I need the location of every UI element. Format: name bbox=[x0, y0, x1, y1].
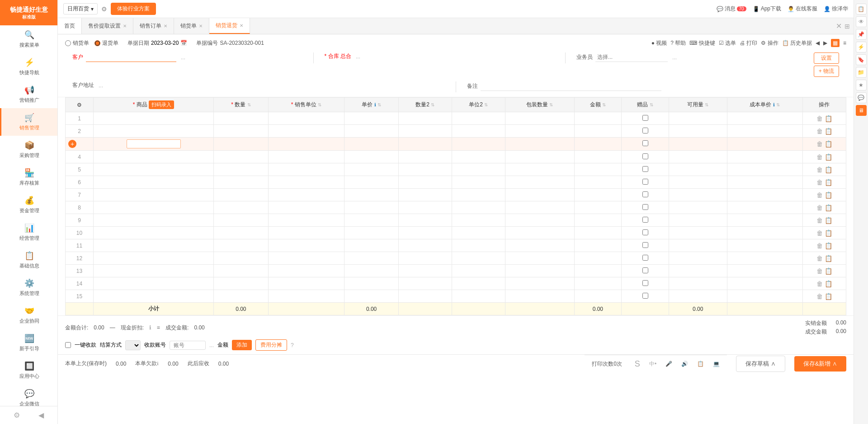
copy-row-icon-13[interactable]: 📋 bbox=[825, 267, 832, 275]
delete-row-icon-13[interactable]: 🗑 bbox=[816, 267, 823, 275]
radio-return-input[interactable] bbox=[94, 40, 100, 46]
sidebar-item-quicknav[interactable]: ⚡ 快捷导航 bbox=[0, 53, 57, 81]
copy-row-icon-7[interactable]: 📋 bbox=[825, 191, 832, 199]
history-btn[interactable]: 📋 历史单据 bbox=[782, 39, 812, 47]
split-help-icon[interactable]: ? bbox=[291, 342, 294, 348]
delete-row-icon-3[interactable]: 🗑 bbox=[816, 140, 823, 148]
calendar-icon[interactable]: 📅 bbox=[180, 40, 187, 46]
staff-input[interactable] bbox=[595, 52, 668, 62]
operate-btn[interactable]: ⚙ 操作 bbox=[761, 39, 778, 47]
tab-sale-return[interactable]: 销货退货 ✕ bbox=[209, 18, 250, 34]
right-icon-6[interactable]: ★ bbox=[856, 80, 867, 91]
settle-method-select[interactable] bbox=[125, 340, 141, 350]
sidebar-item-basic[interactable]: 📋 基础信息 bbox=[0, 246, 57, 274]
discount-help-icon[interactable]: ℹ bbox=[149, 324, 151, 331]
copy-row-icon-1[interactable]: 📋 bbox=[825, 115, 832, 122]
gift-checkbox-15[interactable] bbox=[642, 293, 648, 299]
sidebar-item-search[interactable]: 🔍 搜索菜单 bbox=[0, 25, 57, 53]
right-icon-5[interactable]: 📁 bbox=[856, 67, 867, 78]
tab-close-all-icon[interactable]: ✕ bbox=[836, 22, 842, 30]
copy-row-icon-3[interactable]: 📋 bbox=[825, 140, 832, 148]
grid-view-btn[interactable]: ▦ bbox=[831, 39, 840, 47]
tab-sale-price[interactable]: 售价提取设置 ✕ bbox=[82, 18, 133, 34]
sidebar-item-finance[interactable]: 💰 资金管理 bbox=[0, 191, 57, 219]
gift-checkbox-5[interactable] bbox=[642, 166, 648, 172]
remark-input[interactable] bbox=[481, 81, 661, 91]
copy-row-icon-12[interactable]: 📋 bbox=[825, 255, 832, 262]
customer-input[interactable] bbox=[86, 52, 176, 62]
copy-row-icon-11[interactable]: 📋 bbox=[825, 242, 832, 249]
add-row-btn[interactable]: + bbox=[68, 140, 76, 148]
gift-checkbox-2[interactable] bbox=[642, 128, 648, 133]
delete-row-icon-8[interactable]: 🗑 bbox=[816, 204, 823, 211]
help-btn[interactable]: ? 帮助 bbox=[670, 39, 686, 47]
split-btn[interactable]: 费用分摊 bbox=[255, 339, 287, 351]
copy-row-icon-14[interactable]: 📋 bbox=[825, 280, 832, 287]
delete-row-icon-11[interactable]: 🗑 bbox=[816, 242, 823, 249]
app-download-button[interactable]: 📱 App下载 bbox=[753, 5, 781, 13]
delete-row-icon-7[interactable]: 🗑 bbox=[816, 191, 823, 199]
goods-input-3[interactable] bbox=[127, 139, 181, 148]
sidebar-item-marketing[interactable]: 📢 营销推广 bbox=[0, 81, 57, 108]
tab-sale-order[interactable]: 销售订单 ✕ bbox=[133, 18, 174, 34]
next-page-btn[interactable]: ▶ bbox=[823, 40, 827, 46]
tab-sale-goods[interactable]: 销货单 ✕ bbox=[174, 18, 209, 34]
delete-row-icon-5[interactable]: 🗑 bbox=[816, 166, 823, 173]
staff-select-icon[interactable]: ... bbox=[672, 54, 677, 61]
gift-checkbox-4[interactable] bbox=[642, 153, 648, 159]
delete-row-icon-2[interactable]: 🗑 bbox=[816, 128, 823, 135]
copy-row-icon-8[interactable]: 📋 bbox=[825, 204, 832, 211]
sidebar-item-apps[interactable]: 🔲 应用中心 bbox=[0, 357, 57, 384]
industry-selector[interactable]: 日用百货 ▾ bbox=[63, 3, 98, 14]
copy-row-icon-10[interactable]: 📋 bbox=[825, 229, 832, 237]
tab-close-icon[interactable]: ✕ bbox=[164, 24, 167, 29]
collapse-icon[interactable]: ◀ bbox=[38, 411, 44, 419]
gift-checkbox-10[interactable] bbox=[642, 229, 648, 235]
right-icon-8[interactable]: 🖥 bbox=[856, 105, 867, 116]
settings-btn[interactable]: 设置 bbox=[814, 52, 839, 64]
message-button[interactable]: 💬 消息 70 bbox=[717, 5, 746, 13]
right-icon-1[interactable]: 👁 bbox=[856, 16, 867, 27]
right-icon-7[interactable]: 💬 bbox=[856, 92, 867, 103]
logistics-btn[interactable]: + 物流 bbox=[814, 66, 839, 77]
copy-row-icon-2[interactable]: 📋 bbox=[825, 128, 832, 135]
select-btn[interactable]: ☑ 选单 bbox=[719, 39, 736, 47]
sidebar-item-purchase[interactable]: 📦 采购管理 bbox=[0, 136, 57, 163]
scan-btn[interactable]: 扫码录入 bbox=[149, 100, 174, 109]
right-icon-2[interactable]: 📌 bbox=[856, 29, 867, 40]
gift-checkbox-12[interactable] bbox=[642, 255, 648, 261]
user-avatar-button[interactable]: 👤 徐泽华 bbox=[824, 5, 848, 13]
tab-expand-icon[interactable]: ⊞ bbox=[844, 23, 850, 30]
delete-row-icon-4[interactable]: 🗑 bbox=[816, 153, 823, 161]
dots-icon[interactable]: ... bbox=[209, 342, 214, 348]
gift-checkbox-1[interactable] bbox=[642, 115, 648, 121]
delete-row-icon-12[interactable]: 🗑 bbox=[816, 255, 823, 262]
tab-close-icon[interactable]: ✕ bbox=[240, 23, 243, 28]
gift-checkbox-7[interactable] bbox=[642, 191, 648, 197]
delete-row-icon-14[interactable]: 🗑 bbox=[816, 280, 823, 287]
gift-checkbox-13[interactable] bbox=[642, 267, 648, 273]
gift-checkbox-8[interactable] bbox=[642, 204, 648, 210]
delete-row-icon-15[interactable]: 🗑 bbox=[816, 293, 823, 300]
gift-checkbox-11[interactable] bbox=[642, 242, 648, 248]
settings-icon[interactable]: ⚙ bbox=[14, 411, 20, 419]
sidebar-item-system[interactable]: ⚙️ 系统管理 bbox=[0, 274, 57, 301]
sidebar-item-enterprise[interactable]: 🤝 企业协同 bbox=[0, 301, 57, 329]
prev-page-btn[interactable]: ◀ bbox=[816, 40, 820, 46]
save-new-button[interactable]: 保存&新增 ∧ bbox=[794, 356, 846, 372]
print-btn[interactable]: 🖨 打印 bbox=[740, 39, 757, 47]
shortcut-btn[interactable]: ⌨ 快捷键 bbox=[689, 39, 715, 47]
delete-row-icon-6[interactable]: 🗑 bbox=[816, 179, 823, 186]
tab-home[interactable]: 首页 bbox=[58, 18, 82, 34]
gift-checkbox-14[interactable] bbox=[642, 280, 648, 286]
sidebar-item-business[interactable]: 📊 经营管理 bbox=[0, 219, 57, 246]
radio-sale-goods-input[interactable] bbox=[65, 40, 71, 46]
copy-row-icon-15[interactable]: 📋 bbox=[825, 293, 832, 300]
list-view-btn[interactable]: ≡ bbox=[843, 40, 846, 46]
sidebar-item-guide[interactable]: 🆕 新手引导 bbox=[0, 329, 57, 357]
add-payment-btn[interactable]: 添加 bbox=[232, 340, 252, 350]
right-icon-3[interactable]: ⚡ bbox=[856, 42, 867, 52]
one-key-pay-checkbox[interactable] bbox=[65, 342, 71, 348]
cta-button[interactable]: 体验行业方案 bbox=[111, 3, 156, 15]
delete-row-icon-9[interactable]: 🗑 bbox=[816, 217, 823, 224]
